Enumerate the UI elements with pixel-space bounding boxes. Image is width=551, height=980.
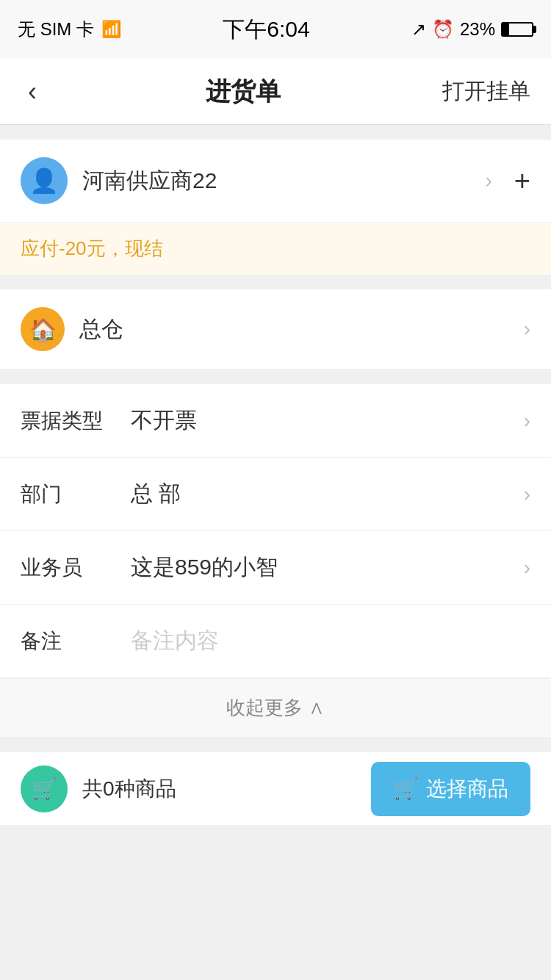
bill-type-label: 票据类型 [21,407,116,435]
product-icon-wrap: 🛒 [21,765,68,813]
notice-text: 应付-20元，现结 [21,237,163,259]
collapse-button[interactable]: 收起更多 ∧ [0,678,551,737]
salesman-value: 这是859的小智 [131,552,509,583]
remark-input[interactable]: 备注内容 [131,626,530,656]
product-count: 共0种商品 [82,775,356,803]
cart-icon: 🛒 [32,777,57,801]
form-section: 票据类型 不开票 › 部门 总 部 › 业务员 这是859的小智 › 备注 备注… [0,384,551,678]
select-btn-icon: 🛒 [393,777,419,801]
alarm-icon: ⏰ [432,19,454,40]
add-supplier-button[interactable]: + [514,165,530,197]
warehouse-chevron-icon: › [524,317,530,341]
nav-bar: ‹ 进货单 打开挂单 [0,59,551,125]
bill-type-row[interactable]: 票据类型 不开票 › [0,384,551,458]
supplier-chevron-icon[interactable]: › [485,169,491,192]
warehouse-row[interactable]: 🏠 总仓 › [0,289,551,370]
status-time: 下午6:04 [223,15,309,45]
salesman-row[interactable]: 业务员 这是859的小智 › [0,531,551,605]
location-icon: ↗ [411,19,426,40]
remark-row[interactable]: 备注 备注内容 [0,605,551,678]
section-gap-1 [0,125,551,140]
battery-bar [501,22,533,37]
dept-value: 总 部 [131,479,509,509]
salesman-label: 业务员 [21,554,116,582]
salesman-chevron-icon: › [524,556,530,580]
dept-label: 部门 [21,480,116,508]
remaining-background [0,825,551,980]
battery-text: 23% [460,19,495,40]
bottom-bar: 🛒 共0种商品 🛒 选择商品 [0,752,551,825]
bill-type-chevron-icon: › [524,409,530,433]
carrier-text: 无 SIM 卡 [18,18,94,41]
remark-label: 备注 [21,627,116,655]
page-title: 进货单 [206,75,281,109]
dept-chevron-icon: › [524,483,530,506]
open-pending-button[interactable]: 打开挂单 [442,76,530,107]
status-bar: 无 SIM 卡 📶 下午6:04 ↗ ⏰ 23% [0,0,551,59]
section-gap-2 [0,275,551,289]
supplier-row[interactable]: 👤 河南供应商22 › + [0,140,551,223]
select-product-button[interactable]: 🛒 选择商品 [371,762,530,816]
status-right: ↗ ⏰ 23% [411,19,533,40]
wifi-icon: 📶 [101,20,121,39]
warehouse-icon: 🏠 [21,307,65,351]
battery-fill [503,24,509,35]
dept-row[interactable]: 部门 总 部 › [0,458,551,531]
supplier-actions: › + [485,165,530,197]
avatar-icon: 👤 [29,167,59,195]
supplier-name: 河南供应商22 [82,166,470,196]
warehouse-name: 总仓 [79,314,509,345]
supplier-avatar: 👤 [21,157,68,204]
notice-bar: 应付-20元，现结 [0,223,551,275]
bill-type-value: 不开票 [131,406,509,436]
collapse-label: 收起更多 ∧ [226,695,324,721]
supplier-section: 👤 河南供应商22 › + 应付-20元，现结 [0,140,551,275]
select-btn-label: 选择商品 [426,775,508,803]
section-gap-3 [0,370,551,384]
status-carrier: 无 SIM 卡 📶 [18,18,121,41]
warehouse-section: 🏠 总仓 › [0,289,551,370]
section-gap-4 [0,737,551,752]
back-button[interactable]: ‹ [21,69,44,115]
